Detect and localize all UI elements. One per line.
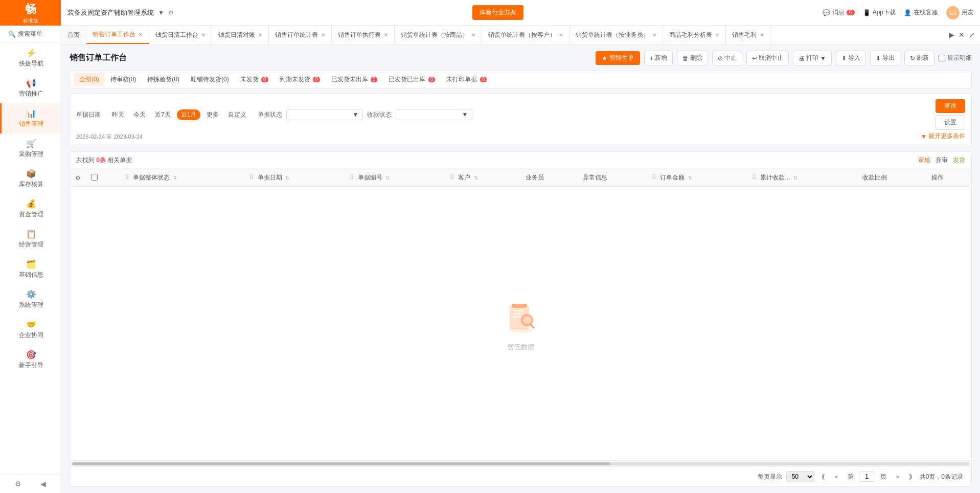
subtab-pending-check[interactable]: 待拣验货(0) [142,73,185,86]
tab-cash-daily-close[interactable]: ✕ [201,32,206,38]
sort-status-icon[interactable]: ⇅ [173,175,177,181]
th-status[interactable]: ⠿ 单据整体状态 ⇅ [120,169,244,187]
sidebar-item-guide[interactable]: 🎯 新手引导 [0,345,61,375]
tab-sales-close[interactable]: ✕ [139,32,143,37]
tab-sales-staff-close[interactable]: ✕ [652,32,656,38]
subtab-overdue[interactable]: 到期未发货 0 [275,73,325,86]
search-menu[interactable]: 🔍 搜索菜单 [0,26,61,43]
ship-action[interactable]: 发货 [953,156,965,165]
message-item[interactable]: 💬 消息 6 [823,8,855,17]
set-btn[interactable]: 设置 [936,115,965,130]
tab-sales-stats-close[interactable]: ✕ [321,32,325,38]
tab-sales-product-close[interactable]: ✕ [471,32,475,38]
export-btn[interactable]: ⬇ 导出 [870,51,900,65]
unaudit-action[interactable]: 弃审 [936,156,948,165]
query-btn[interactable]: 查询 [936,99,965,113]
expand-btn[interactable]: ▼ 展开更多条件 [921,132,965,141]
tab-sales-stats[interactable]: 销售订单统计表 ✕ [269,26,332,44]
refresh-btn[interactable]: ↻ 刷新 [904,51,935,65]
date-opt-today[interactable]: 今天 [130,109,149,120]
system-dropdown[interactable]: ▼ [158,9,164,16]
tabs-fullscreen-icon[interactable]: ⤢ [967,30,977,40]
settings-icon[interactable]: ⚙ [15,480,21,488]
tab-sales-workbench[interactable]: 销售订单工作台 ✕ [86,26,149,44]
topbar-settings-icon[interactable]: ⚙ [168,9,174,16]
page-input[interactable] [859,472,875,482]
th-gear[interactable]: ⚙ [70,169,86,187]
date-opt-more[interactable]: 更多 [203,109,222,120]
scrollbar-thumb[interactable] [72,462,610,465]
th-number[interactable]: ⠿ 单据编号 ⇅ [345,169,445,187]
tab-sales-exec[interactable]: 销售订单执行表 ✕ [332,26,395,44]
th-checkbox[interactable] [86,169,120,187]
tab-gross-profit-close[interactable]: ✕ [715,32,719,38]
tab-sales-staff[interactable]: 销货单统计表（按业务员） ✕ [569,26,663,44]
page-prev-btn[interactable]: ＜ [830,472,842,482]
select-all-checkbox[interactable] [91,174,98,181]
tabs-close-all-icon[interactable]: ✕ [956,30,967,40]
date-opt-1month[interactable]: 近1月 [177,109,201,120]
online-service-item[interactable]: 👤 在线客服 [904,8,938,17]
audit-action[interactable]: 审核 [918,156,930,165]
date-opt-yesterday[interactable]: 昨天 [109,109,127,120]
tab-sales-customer-close[interactable]: ✕ [559,32,563,38]
sort-date-icon[interactable]: ⇅ [285,175,289,181]
stop-btn[interactable]: ⊘ 中止 [712,51,742,65]
tab-cash-daily[interactable]: 钱货日清工作台 ✕ [149,26,212,44]
th-action[interactable]: 操作 [926,169,971,187]
status-filter-select[interactable]: ▼ [286,109,363,120]
tab-reconcile[interactable]: 钱货日清对账 ✕ [212,26,269,44]
page-first-btn[interactable]: ⟪ [818,472,828,481]
tab-sales-product[interactable]: 销货单统计表（按商品） ✕ [395,26,482,44]
date-opt-7days[interactable]: 近7天 [152,109,174,120]
sidebar-item-system[interactable]: ⚙️ 系统管理 [0,284,61,315]
tab-home[interactable]: 首页 [61,26,86,44]
delete-btn[interactable]: 🗑 删除 [677,51,708,65]
subtab-unprinted[interactable]: 未打印单据 0 [441,73,492,86]
subtab-pending-audit[interactable]: 待审核(0) [105,73,142,86]
page-size-select[interactable]: 10 20 50 100 [786,471,814,482]
collapse-icon[interactable]: ◀ [40,480,46,488]
tab-reconcile-close[interactable]: ✕ [258,32,262,38]
show-detail-checkbox[interactable] [939,55,945,61]
sidebar-item-purchase[interactable]: 🛒 采购管理 [0,133,61,164]
th-ratio[interactable]: 收款比例 [857,169,926,187]
sidebar-item-marketing[interactable]: 📢 营销推广 [0,73,61,103]
th-exception[interactable]: 异常信息 [578,169,647,187]
scrollbar-track[interactable] [72,462,969,465]
date-opt-custom[interactable]: 自定义 [225,109,249,120]
th-date[interactable]: ⠿ 单据日期 ⇅ [244,169,345,187]
horizontal-scrollbar[interactable] [70,460,971,466]
sidebar-item-operations[interactable]: 📋 经营管理 [0,224,61,254]
smart-gen-btn[interactable]: ★ 智能生单 [596,51,640,65]
th-payment[interactable]: ⠿ 累计收款... ⇅ [747,169,857,187]
tab-sales-profit[interactable]: 销售毛利 ✕ [726,26,770,44]
sidebar-item-inventory[interactable]: 📦 库存核算 [0,164,61,194]
payment-filter-select[interactable]: ▼ [396,109,472,120]
experience-btn[interactable]: 体验行业方案 [472,5,523,20]
cancel-stop-btn[interactable]: ↩ 取消中止 [746,51,789,65]
import-btn[interactable]: ⬆ 导入 [836,51,866,65]
tab-sales-exec-close[interactable]: ✕ [384,32,388,38]
sort-number-icon[interactable]: ⇅ [385,175,390,181]
app-download-item[interactable]: 📱 App下载 [863,8,896,17]
th-amount[interactable]: ⠿ 订单金额 ⇅ [647,169,747,187]
subtab-wangpu[interactable]: 旺铺待发货(0) [186,73,234,86]
sidebar-item-quicknav[interactable]: ⚡ 快捷导航 [0,43,61,73]
sort-amount-icon[interactable]: ⇅ [688,175,692,181]
subtab-shipped-not-out[interactable]: 已发货未出库 0 [326,73,383,86]
print-btn[interactable]: 🖨 打印 ▼ [793,51,832,65]
subtab-not-shipped[interactable]: 未发货 0 [235,73,274,86]
th-customer[interactable]: ⠿ 客户 ⇅ [445,169,520,187]
tabs-scroll-right-icon[interactable]: ▶ [947,30,956,40]
add-btn[interactable]: + 新增 [644,51,673,65]
user-item[interactable]: Ea 用友 [946,6,974,19]
subtab-all[interactable]: 全部(0) [74,73,104,86]
page-last-btn[interactable]: ⟫ [906,472,916,481]
show-detail-checkbox-label[interactable]: 显示明细 [939,54,972,62]
tab-gross-profit[interactable]: 商品毛利分析表 ✕ [663,26,726,44]
sidebar-item-sales[interactable]: 📊 销售管理 [0,103,61,133]
th-staff[interactable]: 业务员 [520,169,577,187]
sidebar-item-finance[interactable]: 💰 资金管理 [0,194,61,224]
sidebar-item-enterprise[interactable]: 🤝 企业协同 [0,315,61,345]
